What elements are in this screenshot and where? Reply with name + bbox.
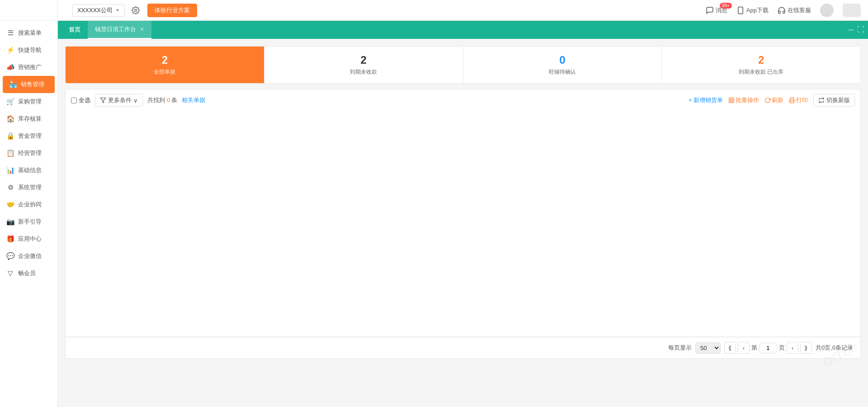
trial-button[interactable]: 体验行业方案: [147, 4, 197, 17]
sidebar-item-basics[interactable]: 📊 基础信息: [0, 162, 57, 179]
table-area: [65, 111, 861, 337]
svg-rect-5: [732, 98, 734, 100]
stat-card-overdue-unship[interactable]: 2 到期未收款 已出库: [662, 47, 860, 83]
tab-work-bench[interactable]: 钱货日清工作台 ✕: [88, 21, 151, 39]
sidebar-item-weixin[interactable]: 💬 企业微信: [0, 248, 57, 265]
toolbar-right: + 新增销货单 批量操作 刷新: [689, 94, 855, 107]
page-input[interactable]: [759, 343, 777, 353]
svg-point-0: [135, 9, 137, 11]
first-page-button[interactable]: ⟪: [724, 342, 736, 354]
toolbar: 全选 更多条件 ∨ 共找到 0 条 相关单据 + 新增销货单: [65, 89, 861, 111]
select-all-input[interactable]: [71, 98, 77, 103]
sidebar-item-marketing[interactable]: 📣 营销推广: [0, 59, 57, 76]
inventory-icon: 🏠: [6, 115, 14, 123]
guide-icon: 📷: [6, 218, 14, 226]
stat-card-all[interactable]: 2 全部单据: [66, 47, 264, 83]
chevron-down-icon: ▼: [115, 8, 120, 13]
sidebar-item-sales[interactable]: 🏪 销售管理: [3, 76, 55, 93]
sidebar-item-label: 搜索菜单: [18, 29, 42, 37]
stat-label-overdue-unpaid: 到期未收款: [274, 68, 454, 76]
settings-button[interactable]: [128, 3, 143, 18]
sidebar-item-purchase[interactable]: 🛒 采购管理: [0, 93, 57, 110]
filter-chevron-icon: ∨: [133, 97, 138, 104]
next-page-button[interactable]: ›: [787, 342, 798, 354]
basics-icon: 📊: [6, 166, 14, 174]
sidebar-item-app-center[interactable]: 🎁 应用中心: [0, 230, 57, 248]
print-icon: [789, 97, 795, 103]
sidebar-item-quick-nav[interactable]: ⚡ 快捷导航: [0, 42, 57, 59]
operations-icon: 📋: [6, 149, 14, 157]
svg-rect-1: [738, 7, 743, 14]
filter-button[interactable]: 更多条件 ∨: [95, 94, 143, 107]
page-nav: ⟪ ‹ 第 页 › ⟫: [724, 342, 812, 354]
search-menu-icon: ☰: [6, 29, 14, 37]
stat-number-wangwang: 0: [472, 54, 653, 66]
per-page-label: 每页显示: [668, 344, 692, 352]
sidebar-item-capital[interactable]: 🔒 资金管理: [0, 127, 57, 145]
filter-icon: [100, 97, 106, 103]
online-service-label: 在线客服: [788, 6, 811, 14]
tab-close-icon[interactable]: ✕: [140, 26, 144, 33]
sidebar-item-label: 销售管理: [21, 80, 44, 89]
stat-card-wangwang[interactable]: 0 旺辅待确认: [463, 47, 662, 83]
sidebar-item-label: 经营管理: [18, 149, 42, 157]
sidebar-item-system[interactable]: ⚙ 系统管理: [0, 179, 57, 196]
app-center-icon: 🎁: [6, 235, 14, 243]
sidebar-item-label: 营销推广: [18, 63, 42, 71]
switch-version-button[interactable]: 切换新版: [813, 94, 855, 107]
sidebar-item-label: 企业协同: [18, 201, 42, 209]
svg-marker-3: [100, 98, 106, 103]
sidebar-item-search-menu[interactable]: ☰ 搜索菜单: [0, 24, 57, 42]
sidebar-item-label: 基础信息: [18, 166, 42, 174]
found-text: 共找到 0 条: [147, 96, 177, 104]
sidebar-item-operations[interactable]: 📋 经营管理: [0, 145, 57, 162]
online-service-button[interactable]: 在线客服: [778, 6, 811, 14]
add-sales-order-button[interactable]: + 新增销货单: [689, 96, 723, 104]
table-empty: [66, 111, 860, 319]
page-label: 第: [751, 344, 757, 352]
stat-card-overdue-unpaid[interactable]: 2 到期未收款: [264, 47, 463, 83]
prev-page-button[interactable]: ‹: [738, 342, 750, 354]
tab-maximize-icon[interactable]: ⛶: [857, 26, 864, 34]
svg-rect-8: [791, 101, 794, 103]
app-download-label: App下载: [746, 6, 769, 14]
sidebar-item-label: 资金管理: [18, 132, 42, 140]
tab-home[interactable]: 首页: [61, 21, 88, 39]
tab-home-label: 首页: [69, 26, 80, 34]
per-page-select[interactable]: 50 100 200: [695, 342, 721, 354]
sidebar-item-cooperation[interactable]: 🤝 企业协同: [0, 196, 57, 213]
user-menu[interactable]: [843, 4, 861, 17]
sidebar-menu: ☰ 搜索菜单 ⚡ 快捷导航 📣 营销推广 🏪 销售管理 🛒 采购管理 🏠 库存核…: [0, 21, 57, 407]
weixin-icon: 💬: [6, 252, 14, 260]
stat-number-overdue-unship: 2: [671, 54, 851, 66]
sidebar-item-member[interactable]: ▽ 畅会员: [0, 265, 57, 282]
print-button[interactable]: 打印: [789, 96, 808, 104]
company-selector[interactable]: XXXXXX公司 ▼: [72, 4, 125, 17]
avatar[interactable]: [820, 4, 834, 17]
cooperation-icon: 🤝: [6, 201, 14, 209]
app-download-button[interactable]: App下载: [736, 6, 769, 14]
related-orders-link[interactable]: 相关单据: [182, 96, 205, 104]
capital-icon: 🔒: [6, 132, 14, 140]
tab-bar-actions: ─ ⛶: [849, 26, 864, 34]
top-bar-right: 消息 99+ App下载 在线客服: [706, 4, 861, 17]
sidebar-item-label: 采购管理: [18, 98, 42, 106]
message-button[interactable]: 消息 99+: [706, 6, 727, 14]
found-count: 0: [167, 97, 170, 103]
select-all-checkbox[interactable]: 全选: [71, 96, 90, 104]
stat-label-all: 全部单据: [75, 68, 255, 76]
stat-number-all: 2: [75, 54, 255, 66]
refresh-button[interactable]: 刷新: [764, 96, 783, 104]
batch-operation-button[interactable]: 批量操作: [728, 96, 759, 104]
tab-work-bench-label: 钱货日清工作台: [95, 25, 136, 33]
sidebar-item-label: 系统管理: [18, 183, 42, 192]
svg-rect-7: [729, 101, 731, 103]
marketing-icon: 📣: [6, 63, 14, 71]
sidebar-item-guide[interactable]: 📷 新手引导: [0, 213, 57, 230]
tab-minimize-icon[interactable]: ─: [849, 26, 854, 34]
svg-rect-4: [729, 98, 731, 100]
total-records: 共0页,0条记录: [816, 344, 853, 352]
sidebar-item-inventory[interactable]: 🏠 库存核算: [0, 110, 57, 127]
purchase-icon: 🛒: [6, 98, 14, 106]
last-page-button[interactable]: ⟫: [800, 342, 812, 354]
